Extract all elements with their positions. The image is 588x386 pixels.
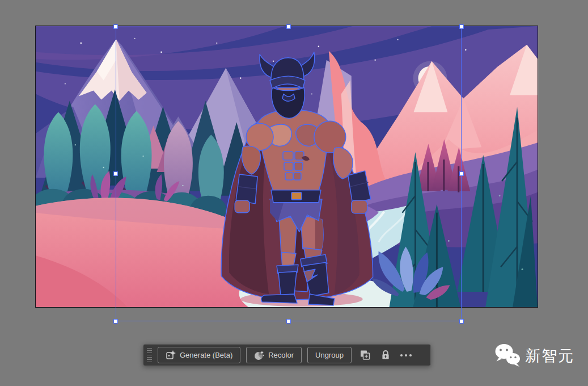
- duplicate-plus-icon[interactable]: [358, 349, 372, 362]
- watermark-text: 新智元: [525, 346, 574, 366]
- context-toolbar: Generate (Beta) Recolor Ungroup: [143, 344, 431, 366]
- more-options-icon[interactable]: [399, 349, 413, 362]
- recolor-wheel-icon: [254, 350, 264, 360]
- selection-handle-s[interactable]: [286, 319, 291, 324]
- recolor-button[interactable]: Recolor: [246, 347, 302, 363]
- generate-button-label: Generate (Beta): [180, 351, 232, 359]
- generate-sparkle-icon: [166, 350, 176, 360]
- watermark: 新智元: [494, 343, 574, 368]
- selection-handle-n[interactable]: [286, 24, 291, 29]
- recolor-button-label: Recolor: [268, 351, 294, 359]
- ungroup-button-label: Ungroup: [315, 351, 344, 359]
- selection-handle-nw[interactable]: [113, 24, 118, 29]
- selection-handle-sw[interactable]: [113, 319, 118, 324]
- ungroup-button[interactable]: Ungroup: [307, 347, 352, 363]
- toolbar-drag-handle[interactable]: [147, 348, 152, 363]
- illustration: [36, 26, 538, 307]
- selection-handle-ne[interactable]: [459, 24, 464, 29]
- generate-button[interactable]: Generate (Beta): [158, 347, 240, 363]
- lock-icon[interactable]: [379, 349, 392, 362]
- selection-handle-w[interactable]: [113, 171, 118, 176]
- selection-handle-e[interactable]: [459, 171, 464, 176]
- artwork-canvas[interactable]: [35, 26, 538, 308]
- selection-handle-se[interactable]: [459, 319, 464, 324]
- application-window: Generate (Beta) Recolor Ungroup: [0, 0, 588, 386]
- wechat-icon: [494, 343, 521, 368]
